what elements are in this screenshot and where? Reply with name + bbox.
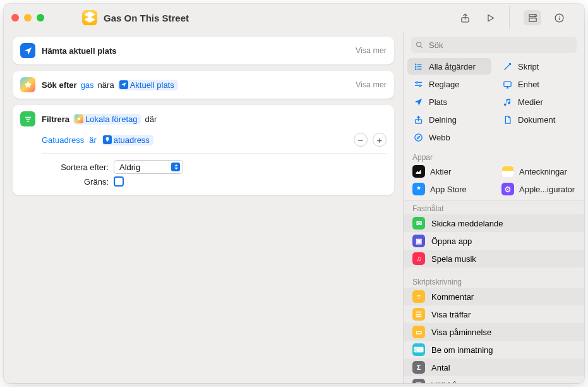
show-more-button[interactable]: Visa mer xyxy=(356,46,387,55)
share-button[interactable] xyxy=(456,10,474,25)
businesses-variable-token[interactable]: Lokala företag xyxy=(73,114,141,125)
remove-filter-button[interactable]: − xyxy=(354,133,368,147)
location-arrow-icon xyxy=(20,43,35,58)
action-title: Sök efter xyxy=(42,80,77,90)
action-label: Visa påminnelse xyxy=(431,328,491,337)
action-library-sidebar: Alla åtgärder Skript Reglage Enhet Plats xyxy=(403,32,584,383)
sigma-icon: Σ xyxy=(412,361,425,374)
document-icon xyxy=(501,115,513,125)
action-item-count[interactable]: ΣAntal xyxy=(404,359,584,376)
app-item-configurator[interactable]: ⚙︎ Apple...igurator xyxy=(496,181,580,197)
action-item-show-result[interactable]: ☰Visa träffar xyxy=(404,305,584,323)
category-media[interactable]: Medier xyxy=(496,94,580,110)
sidebar-toolbar xyxy=(515,10,577,25)
run-button[interactable] xyxy=(481,10,499,25)
messages-icon: ✉︎ xyxy=(412,217,425,230)
filter-operator-token[interactable]: är xyxy=(89,135,97,145)
app-item-notes[interactable]: Anteckningar xyxy=(496,163,580,180)
info-tab-button[interactable] xyxy=(550,10,568,25)
open-app-icon: ▣ xyxy=(412,235,425,247)
apps-grid: Aktier Anteckningar App Store ⚙︎ Apple..… xyxy=(404,163,584,197)
input-icon: ⌨︎ xyxy=(412,343,425,356)
action-label: Skicka meddelande xyxy=(431,219,503,228)
action-item-play-music[interactable]: ♫Spela musik xyxy=(404,250,584,267)
window-controls xyxy=(11,14,44,22)
stocks-icon xyxy=(412,165,425,178)
category-scripting[interactable]: Skript xyxy=(496,58,580,75)
app-item-stocks[interactable]: Aktier xyxy=(407,163,491,180)
action-search-nearby[interactable]: Sök efter gas nära Aktuell plats Visa me… xyxy=(13,71,394,99)
location-variable-token[interactable]: Aktuell plats xyxy=(118,80,178,90)
category-label: Dokument xyxy=(518,115,555,125)
svg-point-14 xyxy=(416,82,417,83)
category-grid: Alla åtgärder Skript Reglage Enhet Plats xyxy=(404,58,584,149)
svg-rect-2 xyxy=(529,18,536,22)
music-note-icon xyxy=(501,97,513,107)
category-location[interactable]: Plats xyxy=(407,94,491,110)
conjunction: där xyxy=(145,114,157,124)
category-label: Plats xyxy=(429,97,447,107)
category-documents[interactable]: Dokument xyxy=(496,111,580,128)
pinned-section-header: Fastnålat xyxy=(404,200,584,214)
workflow-editor: Hämta aktuell plats Visa mer Sök efter g… xyxy=(4,32,403,383)
add-filter-button[interactable]: + xyxy=(373,133,387,147)
search-term-token[interactable]: gas xyxy=(81,80,94,90)
app-label: App Store xyxy=(430,185,467,194)
filter-icon xyxy=(20,111,35,126)
filter-value-token[interactable]: atuadress xyxy=(102,135,153,145)
list-icon xyxy=(412,62,424,71)
app-label: Aktier xyxy=(430,167,451,176)
action-get-current-location[interactable]: Hämta aktuell plats Visa mer xyxy=(13,37,394,64)
category-label: Delning xyxy=(429,115,457,125)
svg-rect-11 xyxy=(417,66,421,66)
alert-icon: ▭ xyxy=(412,326,425,338)
category-all-actions[interactable]: Alla åtgärder xyxy=(407,58,491,75)
action-filter[interactable]: Filtrera Lokala företag där Gatuadress xyxy=(13,105,394,195)
svg-rect-13 xyxy=(417,68,421,69)
app-item-appstore[interactable]: App Store xyxy=(407,181,491,197)
location-arrow-icon xyxy=(119,80,128,89)
location-pin-icon xyxy=(103,135,112,144)
show-more-button[interactable]: Visa mer xyxy=(356,80,387,89)
select-value: Aldrig xyxy=(119,163,140,172)
notes-icon xyxy=(501,165,514,178)
shortcuts-window: Gas On This Street xyxy=(4,4,584,383)
action-label: Visa träffar xyxy=(431,310,471,319)
category-label: Reglage xyxy=(429,80,459,89)
action-item-ask-input[interactable]: ⌨︎Be om inmatning xyxy=(404,341,584,359)
filter-condition-row: Gatuadress är atuadress − + xyxy=(42,133,387,147)
minimize-window-button[interactable] xyxy=(24,14,32,22)
search-input[interactable] xyxy=(411,37,577,53)
category-device[interactable]: Enhet xyxy=(496,76,580,92)
category-controls[interactable]: Reglage xyxy=(407,76,491,92)
category-sharing[interactable]: Delning xyxy=(407,111,491,128)
desktop-icon xyxy=(501,80,513,89)
action-item-send-message[interactable]: ✉︎Skicka meddelande xyxy=(404,214,584,232)
close-window-button[interactable] xyxy=(11,14,19,22)
action-item-show-alert[interactable]: ▭Visa påminnelse xyxy=(404,323,584,341)
category-label: Webb xyxy=(429,133,450,142)
maps-icon xyxy=(20,77,35,92)
result-icon: ☰ xyxy=(412,308,425,321)
titlebar: Gas On This Street xyxy=(4,4,584,32)
limit-label: Gräns: xyxy=(42,177,109,187)
filter-field-token[interactable]: Gatuadress xyxy=(42,135,84,145)
svg-point-6 xyxy=(78,118,80,120)
conjunction: nära xyxy=(98,80,114,90)
category-label: Skript xyxy=(518,62,539,71)
action-item-comment[interactable]: ≡Kommentar xyxy=(404,288,584,305)
sort-by-select[interactable]: Aldrig xyxy=(114,160,183,174)
action-item-open-app[interactable]: ▣Öppna app xyxy=(404,232,584,250)
category-web[interactable]: Webb xyxy=(407,129,491,145)
action-title: Hämta aktuell plats xyxy=(42,46,117,56)
zoom-window-button[interactable] xyxy=(37,14,44,22)
scripting-section-header: Skriptskrivning xyxy=(404,274,584,288)
svg-rect-9 xyxy=(417,64,421,64)
library-tab-button[interactable] xyxy=(524,10,541,25)
window-title: Gas On This Street xyxy=(104,13,189,23)
category-label: Alla åtgärder xyxy=(429,62,476,71)
action-label: Antal xyxy=(431,363,450,372)
token-label: Aktuell plats xyxy=(130,80,174,90)
limit-checkbox[interactable] xyxy=(114,176,124,187)
action-item-choose-menu[interactable]: ☰Välj från meny xyxy=(404,376,584,383)
